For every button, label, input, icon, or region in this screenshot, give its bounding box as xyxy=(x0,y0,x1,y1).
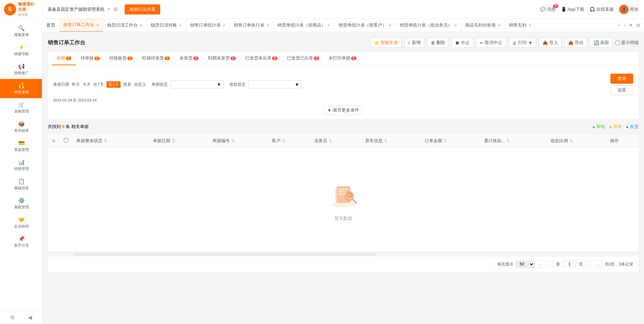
sub-tab-all[interactable]: 全部0 xyxy=(52,52,76,65)
sub-tab-wangpu-pending[interactable]: 旺铺待发货0 xyxy=(137,52,175,65)
date-link-更多[interactable]: 更多 xyxy=(123,82,131,87)
delete-button[interactable]: 🗑 删除 xyxy=(427,38,449,48)
sort-icon-number[interactable]: ⇅ xyxy=(231,138,235,143)
message-button[interactable]: 💬 消息 6 xyxy=(540,6,556,12)
col-header-actions[interactable]: 操作 xyxy=(606,134,639,148)
col-header-settings[interactable]: ⚙ xyxy=(48,134,60,148)
smart-order-button[interactable]: ⭐ 智能生单 xyxy=(370,38,402,48)
settings-icon[interactable]: ⚙ xyxy=(10,314,15,321)
date-link-今天[interactable]: 今天 xyxy=(83,82,91,87)
tab-sales-stat-staff[interactable]: 销货单统计表（按业务员）✕ xyxy=(396,19,461,32)
sidebar-item-operations[interactable]: 📊经营管理 xyxy=(0,156,42,175)
batch-ship-button[interactable]: ● 发货 xyxy=(626,124,639,130)
sidebar-item-search[interactable]: 🔍搜索菜单 xyxy=(0,22,42,41)
sort-icon-staff[interactable]: ⇅ xyxy=(329,138,332,143)
column-settings-icon[interactable]: ⚙ xyxy=(52,138,56,144)
tab-sales-stats[interactable]: 销售订单统计表✕ xyxy=(186,19,230,32)
next-page-button[interactable]: › xyxy=(586,260,592,268)
stop-button[interactable]: ⏹ 中止 xyxy=(452,38,473,48)
tab-sales-exec[interactable]: 销售订单执行表✕ xyxy=(230,19,273,32)
batch-audit-button[interactable]: ● 审核 xyxy=(592,124,605,130)
tab-product-margin[interactable]: 商品毛利分析表✕ xyxy=(461,19,505,32)
query-button[interactable]: 查询 xyxy=(610,74,633,84)
user-menu-button[interactable]: 👤 用友 xyxy=(619,5,639,14)
online-service-button[interactable]: 🎧 在线客服 xyxy=(590,6,614,12)
print-button[interactable]: 🖨 打印 ▼ xyxy=(509,38,536,48)
tab-close-product-margin[interactable]: ✕ xyxy=(498,24,501,27)
sidebar-item-purchase[interactable]: 🛒采购管理 xyxy=(0,98,42,117)
tab-close-sales-order[interactable]: ✕ xyxy=(96,23,99,27)
tab-close-all-button[interactable]: ✕ xyxy=(628,22,634,29)
topbar-settings-icon[interactable]: ⚙ xyxy=(113,6,118,12)
sort-icon-collected[interactable]: ⇅ xyxy=(506,138,510,143)
sort-icon-ratio[interactable]: ⇅ xyxy=(569,138,573,143)
dropdown-arrow-icon[interactable]: ▼ xyxy=(107,7,111,11)
per-page-select[interactable]: 102050100 xyxy=(516,260,534,268)
tab-cash-reconcile[interactable]: 钱货日清对账✕ xyxy=(147,19,186,32)
tab-maximize-button[interactable]: ⊡ xyxy=(635,22,641,29)
expand-filter-button[interactable]: ▼ 展开更多条件 xyxy=(324,106,362,115)
sidebar-item-quick-nav[interactable]: ⚡快捷导航 xyxy=(0,41,42,60)
date-link-近7天[interactable]: 近7天 xyxy=(93,82,104,87)
select-all-checkbox[interactable] xyxy=(64,138,68,143)
sidebar-item-base-info[interactable]: 📋基础信息 xyxy=(0,175,42,194)
prev-page-button[interactable]: ‹ xyxy=(547,260,554,268)
sub-tab-overdue-unshipped[interactable]: 到期未发货0 xyxy=(203,52,241,65)
page-number-input[interactable]: 1 xyxy=(563,261,576,268)
export-button[interactable]: 📤 导出 xyxy=(564,38,587,48)
sort-icon-amount[interactable]: ⇅ xyxy=(443,138,447,143)
tab-sales-stat-product[interactable]: 销货单统计表（按商品）✕ xyxy=(273,19,335,32)
payment-select[interactable]: ▼ xyxy=(248,80,302,89)
tab-cash-daily[interactable]: 钱货日清工作台✕ xyxy=(103,19,147,32)
sidebar-item-system[interactable]: ⚙️系统管理 xyxy=(0,194,42,213)
tab-close-sales-margin[interactable]: ✕ xyxy=(528,24,531,27)
sub-tab-pending-review[interactable]: 待审核0 xyxy=(76,52,104,65)
sidebar-item-guide[interactable]: 📌新手引导 xyxy=(0,232,42,251)
col-header-checkbox[interactable] xyxy=(60,134,72,148)
refresh-button[interactable]: 🔄 刷新 xyxy=(590,38,613,48)
sidebar-item-inventory[interactable]: 📦库存核算 xyxy=(0,117,42,136)
sort-icon-date[interactable]: ⇅ xyxy=(172,138,175,143)
tab-scroll-left-button[interactable]: ‹ xyxy=(617,22,621,29)
tab-close-sales-stats[interactable]: ✕ xyxy=(223,24,225,27)
sort-icon-customer[interactable]: ⇅ xyxy=(282,138,286,143)
first-page-button[interactable]: « xyxy=(537,260,545,268)
date-link-近1月[interactable]: 近1月 xyxy=(106,81,121,88)
sidebar-item-enterprise[interactable]: 🤝企业协同 xyxy=(0,213,42,232)
horizontal-scrollbar[interactable] xyxy=(48,252,639,256)
show-detail-checkbox-label[interactable]: 显示明细 xyxy=(615,40,639,46)
cancel-stop-button[interactable]: ↩ 取消中止 xyxy=(476,38,506,48)
tab-close-cash-reconcile[interactable]: ✕ xyxy=(179,24,182,27)
tab-close-cash-daily[interactable]: ✕ xyxy=(140,24,142,27)
collapse-icon[interactable]: ◀ xyxy=(28,314,32,321)
date-link-昨天[interactable]: 昨天 xyxy=(72,82,80,87)
tab-scroll-right-button[interactable]: › xyxy=(622,22,627,29)
tab-close-sales-stat-customer[interactable]: ✕ xyxy=(389,24,391,27)
add-button[interactable]: + 新增 xyxy=(404,38,425,48)
import-button[interactable]: 📥 导入 xyxy=(539,38,562,48)
tab-close-sales-exec[interactable]: ✕ xyxy=(266,24,269,27)
sort-icon-status[interactable]: ⇅ xyxy=(104,138,108,143)
tab-sales-margin[interactable]: 销售毛利✕ xyxy=(505,19,535,32)
filter-settings-button[interactable]: 设置 xyxy=(610,85,633,95)
sub-tab-shipped-out[interactable]: 已发货已出库0 xyxy=(282,52,324,65)
tab-close-sales-stat-product[interactable]: ✕ xyxy=(328,24,330,27)
last-page-button[interactable]: » xyxy=(595,260,602,268)
sidebar-item-finance[interactable]: 💳资金管理 xyxy=(0,136,42,156)
tab-close-sales-stat-staff[interactable]: ✕ xyxy=(454,24,457,27)
sort-icon-exception[interactable]: ⇅ xyxy=(384,138,388,143)
sub-tab-pending-inspect[interactable]: 待拣验货0 xyxy=(104,52,137,65)
tab-sales-order[interactable]: 销售订单工作台✕ xyxy=(59,19,103,32)
sidebar-item-marketing[interactable]: 📢营销推广 xyxy=(0,60,42,79)
industry-solution-button[interactable]: 体验行业方案 xyxy=(125,4,160,14)
sub-tab-unprinted[interactable]: 未打印单据0 xyxy=(324,52,361,65)
tab-home[interactable]: 首页 xyxy=(42,19,59,32)
date-link-自定义[interactable]: 自定义 xyxy=(134,82,146,87)
status-select[interactable]: ▼ xyxy=(170,80,224,89)
show-detail-checkbox[interactable] xyxy=(615,41,620,45)
app-download-button[interactable]: 📱 App下载 xyxy=(561,6,584,12)
sidebar-item-sales[interactable]: 💰销售管理 xyxy=(0,79,42,98)
sub-tab-shipped-not-out[interactable]: 已发货未出库0 xyxy=(241,52,282,65)
tab-sales-stat-customer[interactable]: 销货单统计表（按客户）✕ xyxy=(335,19,396,32)
batch-cancel-audit-button[interactable]: ● 弃审 xyxy=(609,124,622,130)
